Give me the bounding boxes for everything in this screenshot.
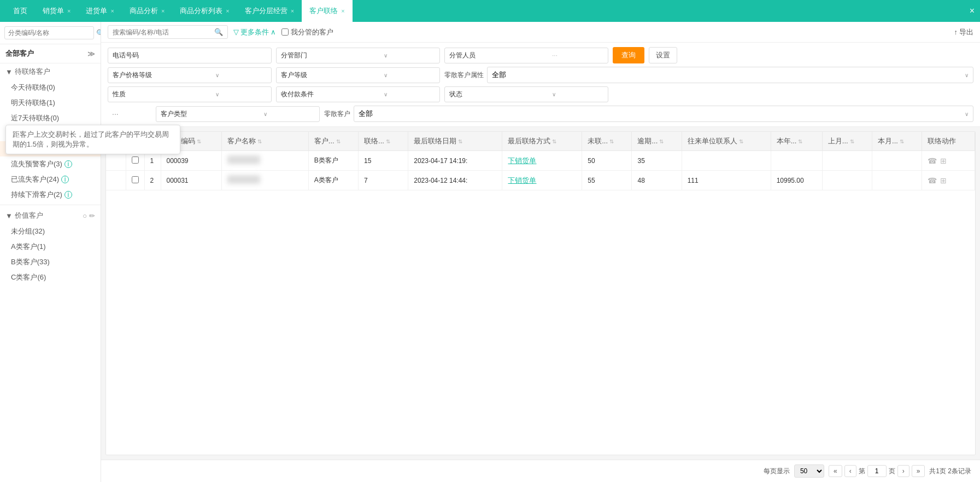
cell-code-1[interactable]: 000031	[161, 171, 221, 190]
filter-customer-type[interactable]: 客户类型 ∨	[156, 106, 320, 122]
prev-page-button[interactable]: ‹	[844, 465, 856, 477]
sidebar-item-tomorrow[interactable]: 明天待联络(1)	[0, 95, 101, 111]
filter-phone[interactable]: 电话号码	[108, 48, 272, 63]
sidebar-item-b-class[interactable]: B类客户(33)	[0, 254, 101, 270]
customers-table: ⚙ # 客户编码	[106, 132, 975, 190]
sidebar-item-a-class[interactable]: A类客户(1)	[0, 239, 101, 254]
table-container: ⚙ # 客户编码	[105, 131, 976, 455]
col-name[interactable]: 客户名称 ⇅	[221, 132, 308, 151]
close-customer-contact-icon[interactable]: ×	[341, 8, 344, 14]
sort-not-linked-icon[interactable]: ⇅	[609, 138, 614, 144]
payment-arrow-icon: ∨	[384, 91, 435, 97]
nav-item-purchase[interactable]: 进货单 ×	[78, 0, 121, 22]
col-last-month[interactable]: 上月... ⇅	[822, 132, 872, 151]
filter-person-dots[interactable]: ···	[552, 51, 603, 59]
cell-last-way-0[interactable]: 下销货单	[502, 151, 582, 171]
sidebar-item-ungrouped[interactable]: 未分组(32)	[0, 224, 101, 239]
first-page-button[interactable]: «	[829, 465, 842, 477]
cell-last-date-0: 2023-04-17 14:19:	[408, 151, 502, 171]
close-sales-icon[interactable]: ×	[67, 8, 71, 14]
sidebar-all-customers[interactable]: 全部客户 ≫	[0, 44, 101, 63]
col-overdue[interactable]: 逾期... ⇅	[632, 132, 682, 151]
action-more-icon-0[interactable]: ⊞	[940, 156, 947, 165]
filter-price-level[interactable]: 客户价格等级 ∨	[108, 67, 272, 83]
nav-item-analysis-list[interactable]: 商品分析列表 ×	[172, 0, 237, 22]
sidebar-item-churned[interactable]: 已流失客户(24) i	[0, 172, 101, 187]
close-all-button[interactable]: ×	[970, 6, 975, 16]
sidebar-item-churn-warning[interactable]: 流失预警客户(3) i	[0, 156, 101, 172]
filter-dept[interactable]: 分管部门 ∨	[276, 48, 440, 63]
nav-item-analysis[interactable]: 商品分析 ×	[122, 0, 172, 22]
more-filter-button[interactable]: ▽ 更多条件 ∧	[233, 27, 276, 37]
sidebar-search-icon[interactable]: 🔍	[96, 29, 101, 37]
sidebar-item-7days[interactable]: 近7天待联络(0)	[0, 111, 101, 126]
col-company-contact[interactable]: 往来单位联系人 ⇅	[682, 132, 771, 151]
sort-overdue-icon[interactable]: ⇅	[659, 138, 664, 144]
settings-button[interactable]: 设置	[649, 47, 677, 63]
sort-code-icon[interactable]: ⇅	[197, 138, 201, 144]
my-customer-check[interactable]	[281, 28, 289, 36]
close-analysis-icon[interactable]: ×	[161, 8, 165, 14]
filter-status[interactable]: 状态 ∨	[444, 86, 608, 102]
filter-payment[interactable]: 收付款条件 ∨	[276, 86, 440, 102]
filter-gender[interactable]: 性质 ∨	[108, 86, 272, 102]
sidebar-item-c-class[interactable]: C类客户(6)	[0, 270, 101, 285]
nav-item-customer-seg[interactable]: 客户分层经营 ×	[237, 0, 302, 22]
last-page-button[interactable]: »	[912, 465, 925, 477]
page-number-input[interactable]	[867, 465, 887, 477]
filter-sparse-customer[interactable]: 全部 ∨	[354, 106, 973, 122]
sidebar-value-edit-icon[interactable]: ○	[83, 212, 87, 220]
cell-last-way-1[interactable]: 下销货单	[502, 171, 582, 190]
sort-last-way-icon[interactable]: ⇅	[552, 138, 556, 144]
sort-last-date-icon[interactable]: ⇅	[458, 138, 462, 144]
sort-company-contact-icon[interactable]: ⇅	[739, 138, 743, 144]
row-checkbox-1[interactable]	[132, 176, 139, 183]
sort-name-icon[interactable]: ⇅	[257, 138, 262, 144]
search-icon[interactable]: 🔍	[214, 28, 223, 36]
close-analysis-list-icon[interactable]: ×	[226, 8, 229, 14]
sort-last-month-icon[interactable]: ⇅	[850, 138, 854, 144]
sort-contact-icon[interactable]: ⇅	[386, 138, 390, 144]
export-button[interactable]: ↑ 导出	[954, 27, 974, 37]
sidebar-value-settings-icon[interactable]: ✏	[89, 212, 95, 220]
sidebar-collapse-icon[interactable]: ≫	[87, 50, 95, 58]
col-last-contact-date[interactable]: 最后联络日期 ⇅	[408, 132, 502, 151]
col-this-year[interactable]: 本年... ⇅	[771, 132, 822, 151]
page-size-select[interactable]: 50 20 100 200	[794, 464, 824, 478]
page-nav: « ‹ 第 页 › »	[829, 465, 925, 477]
nav-item-customer-contact[interactable]: 客户联络 ×	[302, 0, 352, 22]
price-level-arrow-icon: ∨	[215, 72, 267, 78]
next-page-button[interactable]: ›	[897, 465, 909, 477]
col-not-linked[interactable]: 未联... ⇅	[582, 132, 632, 151]
row-checkbox-0[interactable]	[132, 156, 139, 164]
my-customer-checkbox[interactable]: 我分管的客户	[281, 27, 333, 37]
cell-checkbox-1[interactable]	[126, 171, 144, 190]
nav-item-sales[interactable]: 销货单 ×	[35, 0, 78, 22]
nav-item-home[interactable]: 首页	[5, 0, 35, 22]
filter-sparse-attr[interactable]: 全部 ∨	[487, 67, 973, 83]
close-customer-seg-icon[interactable]: ×	[291, 8, 294, 14]
close-purchase-icon[interactable]: ×	[110, 8, 114, 14]
tooltip-box: 距客户上次交易时长，超过了此客户的平均交易周期的1.5倍，则视为异常。	[5, 125, 101, 154]
sort-type-icon[interactable]: ⇅	[336, 138, 341, 144]
filter-gender-label: 性质	[113, 90, 164, 99]
action-more-icon-1[interactable]: ⊞	[940, 176, 947, 185]
action-phone-icon-0[interactable]: ☎	[928, 156, 937, 165]
col-contact[interactable]: 联络... ⇅	[359, 132, 408, 151]
col-last-contact-way[interactable]: 最后联络方式 ⇅	[502, 132, 582, 151]
query-button[interactable]: 查询	[613, 47, 644, 63]
filter-extra-dots[interactable]: ···	[108, 107, 151, 121]
action-phone-icon-1[interactable]: ☎	[928, 176, 937, 185]
col-this-month[interactable]: 本月... ⇅	[872, 132, 922, 151]
sidebar-item-today[interactable]: 今天待联络(0)	[0, 80, 101, 95]
sparse-attr-arrow-icon: ∨	[965, 72, 969, 78]
sort-this-year-icon[interactable]: ⇅	[798, 138, 802, 144]
filter-person[interactable]: 分管人员 ···	[444, 48, 608, 63]
sidebar-item-declining[interactable]: 持续下滑客户(2) i	[0, 187, 101, 202]
search-input[interactable]	[113, 28, 212, 36]
filter-icon: ▽	[233, 28, 239, 36]
sort-this-month-icon[interactable]: ⇅	[900, 138, 904, 144]
sidebar-search-input[interactable]	[4, 26, 94, 39]
filter-customer-level[interactable]: 客户等级 ∨	[276, 67, 440, 83]
col-type[interactable]: 客户... ⇅	[308, 132, 358, 151]
